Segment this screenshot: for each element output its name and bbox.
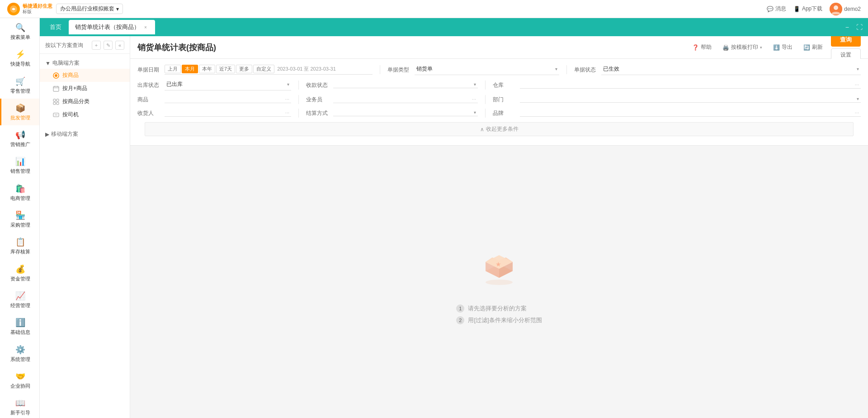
date-curr-btn[interactable]: 本月 (182, 65, 198, 73)
tab-close-btn[interactable]: × (142, 24, 149, 30)
payment-status-control[interactable]: ▾ (333, 82, 478, 88)
out-status-dropdown-icon[interactable]: ▾ (285, 82, 291, 87)
department-control[interactable]: ▾ (520, 96, 861, 103)
desktop-expand-icon: ▼ (45, 60, 51, 66)
warehouse-more-icon[interactable]: ··· (853, 82, 861, 87)
sidebar-item-ecommerce[interactable]: 🛍️ 电商管理 (0, 179, 39, 206)
help-icon: ❓ (692, 44, 699, 51)
date-more-btn[interactable]: 更多 (236, 65, 252, 73)
filter-add-btn[interactable]: + (92, 41, 101, 50)
warehouse-control[interactable]: ··· (520, 82, 861, 89)
filter-item-by-month-product[interactable]: 按月+商品 (40, 82, 130, 95)
date-prev-btn[interactable]: 上月 (165, 65, 181, 73)
out-status-control[interactable]: 已出库 ▾ (165, 80, 291, 90)
header-left: 畅捷通好生意 标版 办公用品行业模拟账套 ▾ (7, 3, 123, 15)
filter-item-by-cashier[interactable]: 按司机 (40, 108, 130, 121)
tab-maximize-btn[interactable]: ⛶ (854, 23, 864, 32)
wholesale-icon: 📦 (15, 103, 25, 113)
filter-edit-btn[interactable]: ✎ (104, 41, 113, 50)
sidebar-item-wholesale[interactable]: 📦 批发管理 (0, 99, 39, 125)
filter-panel: 按以下方案查询 + ✎ « ▼ 电脑端方案 (40, 36, 130, 418)
sidebar-item-search-menu[interactable]: 🔍 搜索菜单 (0, 18, 39, 45)
sidebar-item-basic[interactable]: ℹ️ 基础信息 (0, 313, 39, 340)
receiver-field: 收货人 ··· (137, 109, 291, 117)
header-right: 💬 消息 📱 App下载 demo2 (767, 3, 861, 15)
logo-line1: 畅捷通好生意 (23, 3, 52, 9)
print-btn[interactable]: 🖨️ 按模板打印 ▾ (720, 42, 765, 53)
doc-type-value: 销货单 (415, 64, 553, 74)
svg-rect-5 (53, 86, 59, 91)
ecommerce-icon: 🛍️ (15, 184, 25, 194)
filter-section-mobile: ▶ 移动端方案 (40, 125, 130, 143)
salesperson-control[interactable]: ··· (333, 96, 478, 103)
tab-active[interactable]: 销货单统计表（按商品） × (69, 20, 155, 34)
sidebar-item-quick-nav[interactable]: ⚡ 快捷导航 (0, 45, 39, 71)
sidebar-item-purchase[interactable]: 🏪 采购管理 (0, 206, 39, 233)
filter-panel-actions: + ✎ « (92, 41, 124, 50)
product-label: 商品 (137, 96, 165, 104)
salesperson-label: 业务员 (306, 96, 333, 104)
workspace-dropdown-icon: ▾ (116, 6, 119, 12)
filter-item-by-product[interactable]: 按商品 (40, 69, 130, 82)
sidebar-item-finance[interactable]: 💰 资金管理 (0, 260, 39, 286)
product-control[interactable]: ··· (165, 96, 291, 103)
message-action[interactable]: 💬 消息 (767, 5, 786, 13)
svg-rect-10 (57, 99, 59, 101)
filter-collapse-btn[interactable]: « (115, 41, 124, 50)
query-button[interactable]: 查询 (831, 36, 861, 47)
payment-status-dropdown-icon[interactable]: ▾ (472, 82, 478, 87)
department-field: 部门 ▾ (493, 96, 861, 104)
filter-conditions: 单据日期 上月 本月 本年 近7天 更多 自定义 20 (130, 59, 868, 146)
tab-minimize-btn[interactable]: − (844, 23, 851, 32)
sidebar-item-system[interactable]: ⚙️ 系统管理 (0, 340, 39, 367)
receiver-control[interactable]: ··· (165, 110, 291, 117)
system-icon: ⚙️ (15, 345, 25, 355)
salesperson-more-icon[interactable]: ··· (470, 96, 478, 102)
doc-status-control[interactable]: 已生效 ▾ (601, 64, 861, 75)
sidebar-item-sales[interactable]: 📊 销售管理 (0, 152, 39, 179)
sidebar-item-retail[interactable]: 🛒 零售管理 (0, 72, 39, 99)
sidebar-item-operations[interactable]: 📈 经营管理 (0, 286, 39, 313)
salesperson-value (333, 98, 470, 100)
download-action[interactable]: 📱 App下载 (793, 5, 822, 13)
brand-more-icon[interactable]: ··· (853, 110, 861, 115)
empty-tips: 1 请先选择要分析的方案 2 用[过滤]条件来缩小分析范围 (456, 304, 542, 324)
date-year-btn[interactable]: 本年 (199, 65, 215, 73)
by-product-icon (52, 72, 60, 79)
filter-item-by-category[interactable]: 按商品分类 (40, 95, 130, 108)
sidebar-item-enterprise-coop[interactable]: 🤝 企业协同 (0, 367, 39, 394)
doc-type-dropdown-icon[interactable]: ▾ (553, 66, 559, 71)
filter-category-desktop[interactable]: ▼ 电脑端方案 (40, 57, 130, 69)
receiver-more-icon[interactable]: ··· (283, 110, 291, 115)
filter-category-mobile[interactable]: ▶ 移动端方案 (40, 128, 130, 140)
sidebar-item-inventory[interactable]: 📋 库存核算 (0, 233, 39, 259)
content-area: 首页 销货单统计表（按商品） × − ⛶ 按以下方案查询 + ✎ (40, 18, 868, 418)
user-action[interactable]: demo2 (830, 3, 861, 15)
brand-control[interactable]: ··· (520, 110, 861, 117)
department-dropdown-icon[interactable]: ▾ (855, 96, 861, 101)
sidebar-item-marketing[interactable]: 📢 营销推广 (0, 125, 39, 152)
query-actions: 查询 设置 (831, 36, 861, 62)
divider-6 (485, 95, 486, 104)
date-custom-btn[interactable]: 自定义 (253, 65, 274, 73)
collapse-conditions-btn[interactable]: ∧ 收起更多条件 (145, 122, 854, 136)
refresh-btn[interactable]: 🔄 刷新 (801, 42, 826, 53)
settlement-dropdown-icon[interactable]: ▾ (472, 110, 478, 115)
settlement-control[interactable]: ▾ (333, 110, 478, 116)
divider-7 (298, 109, 299, 118)
tab-bar: 首页 销货单统计表（按商品） × − ⛶ (40, 18, 868, 36)
date-label: 单据日期 (137, 66, 165, 74)
sidebar-item-guide[interactable]: 📖 新手引导 (0, 394, 39, 418)
tab-home[interactable]: 首页 (43, 20, 68, 34)
workspace-selector[interactable]: 办公用品行业模拟账套 ▾ (56, 4, 123, 14)
export-btn[interactable]: ⬇️ 导出 (770, 42, 795, 53)
product-more-icon[interactable]: ··· (283, 96, 291, 102)
doc-status-dropdown-icon[interactable]: ▾ (855, 66, 861, 71)
help-btn[interactable]: ❓ 帮助 (689, 42, 714, 53)
date-7days-btn[interactable]: 近7天 (216, 65, 235, 73)
logo-area: 畅捷通好生意 标版 (7, 3, 52, 15)
doc-type-control[interactable]: 销货单 ▾ (415, 64, 559, 75)
operations-icon: 📈 (15, 291, 25, 301)
main-layout: 🔍 搜索菜单 ⚡ 快捷导航 🛒 零售管理 📦 批发管理 📢 营销推广 📊 销售管… (0, 18, 868, 418)
brand-field: 品牌 ··· (493, 109, 861, 117)
